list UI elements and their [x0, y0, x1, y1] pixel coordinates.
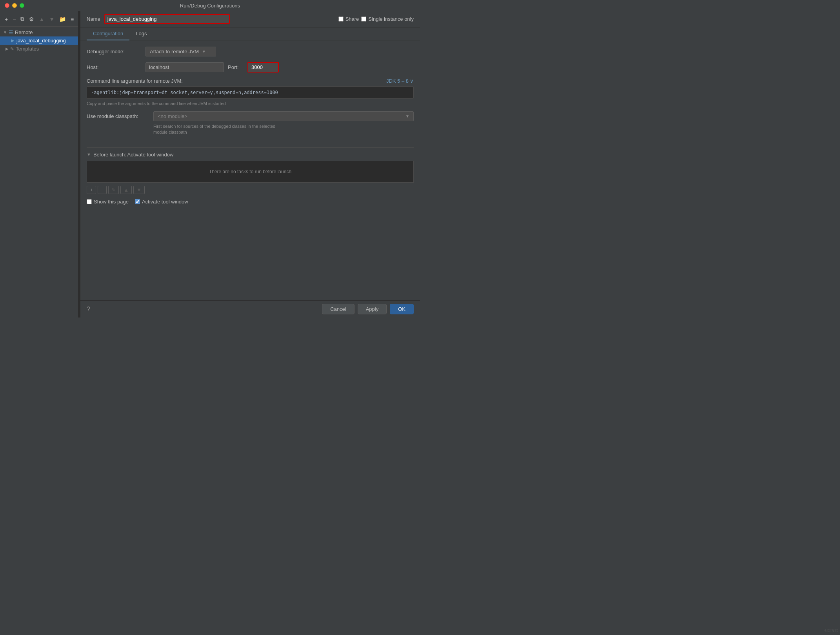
- sidebar-tree: ▼ ☰ Remote ▶ java_local_debugging ▶ ✎ Te…: [0, 27, 78, 315]
- before-launch-edit-btn[interactable]: ✎: [108, 186, 119, 194]
- cmd-label: Command line arguments for remote JVM:: [87, 78, 183, 84]
- debugger-mode-row: Debugger mode: Attach to remote JVM ▼: [87, 47, 414, 56]
- java-local-label: java_local_debugging: [16, 38, 66, 44]
- module-classpath-row: Use module classpath: <no module> ▼: [87, 111, 414, 121]
- single-instance-label: Single instance only: [368, 16, 414, 22]
- apply-button[interactable]: Apply: [358, 304, 387, 314]
- header-row: Name Share Single instance only: [80, 11, 420, 27]
- before-launch-section: ▼ Before launch: Activate tool window Th…: [87, 147, 414, 205]
- show-page-label[interactable]: Show this page: [87, 199, 129, 205]
- host-input[interactable]: [145, 62, 224, 72]
- tree-group-templates[interactable]: ▶ ✎ Templates: [0, 45, 78, 53]
- arrow-down-button[interactable]: ▼: [47, 15, 56, 23]
- sidebar-toolbar: + − ⧉ ⚙ ▲ ▼ 📁 ≡: [0, 13, 78, 27]
- minimize-button[interactable]: [12, 3, 17, 8]
- bottom-bar: ? Cancel Apply OK: [80, 300, 420, 318]
- before-launch-remove-btn[interactable]: −: [98, 186, 107, 194]
- before-launch-toolbar: + − ✎ ▲ ▼: [87, 186, 414, 194]
- share-area: Share Single instance only: [338, 16, 414, 22]
- cmd-hint: Copy and paste the arguments to the comm…: [87, 101, 414, 106]
- port-label: Port:: [228, 64, 244, 70]
- show-page-checkbox[interactable]: [87, 199, 92, 204]
- sidebar-item-java-local[interactable]: ▶ java_local_debugging: [0, 36, 78, 45]
- ok-button[interactable]: OK: [390, 304, 414, 314]
- config-item-icon: ▶: [11, 38, 14, 43]
- before-launch-add-btn[interactable]: +: [87, 186, 96, 194]
- remote-folder-icon: ☰: [9, 29, 13, 35]
- remote-group-label: Remote: [15, 29, 33, 35]
- cancel-button[interactable]: Cancel: [322, 304, 354, 314]
- single-instance-checkbox-label[interactable]: Single instance only: [361, 16, 414, 22]
- activate-window-checkbox[interactable]: [135, 199, 140, 204]
- templates-label: Templates: [16, 46, 39, 52]
- add-config-button[interactable]: +: [3, 15, 9, 23]
- module-label: Use module classpath:: [87, 113, 149, 119]
- share-checkbox[interactable]: [338, 16, 344, 22]
- arrow-up-button[interactable]: ▲: [37, 15, 46, 23]
- name-input[interactable]: [104, 14, 230, 24]
- name-label: Name: [87, 16, 100, 22]
- before-launch-header[interactable]: ▼ Before launch: Activate tool window: [87, 152, 414, 158]
- tabs-row: Configuration Logs: [80, 27, 420, 40]
- chevron-down-icon: ∨: [410, 78, 414, 84]
- activate-window-label[interactable]: Activate tool window: [135, 199, 188, 205]
- before-launch-label: Before launch: Activate tool window: [93, 152, 174, 158]
- share-checkbox-label[interactable]: Share: [338, 16, 359, 22]
- tab-configuration[interactable]: Configuration: [87, 27, 129, 40]
- cmd-section: Command line arguments for remote JVM: J…: [87, 78, 414, 106]
- host-label: Host:: [87, 64, 142, 70]
- chevron-right-icon: ▶: [5, 47, 9, 51]
- options-row: Show this page Activate tool window: [87, 199, 414, 205]
- copy-config-button[interactable]: ⧉: [19, 15, 26, 23]
- dropdown-arrow-icon: ▼: [202, 49, 206, 54]
- folder-button[interactable]: 📁: [58, 15, 67, 23]
- before-launch-up-btn[interactable]: ▲: [120, 186, 132, 194]
- maximize-button[interactable]: [20, 3, 24, 8]
- single-instance-checkbox[interactable]: [361, 16, 366, 22]
- module-hint: First search for sources of the debugged…: [153, 123, 414, 136]
- window-title: Run/Debug Configurations: [180, 3, 240, 9]
- debugger-mode-label: Debugger mode:: [87, 49, 142, 54]
- main-content: + − ⧉ ⚙ ▲ ▼ 📁 ≡ ▼ ☰ Remote ▶ java_local_…: [0, 11, 420, 318]
- title-bar: Run/Debug Configurations: [0, 0, 420, 11]
- traffic-lights: [5, 3, 24, 8]
- help-icon[interactable]: ?: [87, 306, 90, 313]
- remove-config-button[interactable]: −: [11, 15, 17, 23]
- module-dropdown-arrow-icon: ▼: [405, 114, 409, 118]
- close-button[interactable]: [5, 3, 9, 8]
- cmd-header: Command line arguments for remote JVM: J…: [87, 78, 414, 84]
- before-launch-down-btn[interactable]: ▼: [133, 186, 145, 194]
- templates-icon: ✎: [10, 46, 14, 52]
- debugger-mode-dropdown[interactable]: Attach to remote JVM ▼: [145, 47, 216, 56]
- share-label: Share: [345, 16, 359, 22]
- sort-button[interactable]: ≡: [69, 15, 75, 23]
- settings-button[interactable]: ⚙: [27, 15, 36, 23]
- right-panel: Name Share Single instance only Configur…: [80, 11, 420, 318]
- config-panel: Debugger mode: Attach to remote JVM ▼ Ho…: [80, 40, 420, 300]
- chevron-down-icon: ▼: [3, 30, 7, 34]
- sidebar: + − ⧉ ⚙ ▲ ▼ 📁 ≡ ▼ ☰ Remote ▶ java_local_…: [0, 11, 78, 318]
- module-dropdown[interactable]: <no module> ▼: [153, 111, 414, 121]
- before-launch-empty: There are no tasks to run before launch: [87, 161, 414, 183]
- tab-logs[interactable]: Logs: [129, 27, 153, 40]
- port-input[interactable]: [247, 62, 279, 73]
- tree-group-remote[interactable]: ▼ ☰ Remote: [0, 28, 78, 36]
- cmd-value-display: -agentlib:jdwp=transport=dt_socket,serve…: [87, 86, 414, 99]
- jdk-version-link[interactable]: JDK 5 – 8 ∨: [386, 78, 414, 84]
- host-port-row: Host: Port:: [87, 62, 414, 73]
- before-launch-chevron-icon: ▼: [87, 152, 91, 157]
